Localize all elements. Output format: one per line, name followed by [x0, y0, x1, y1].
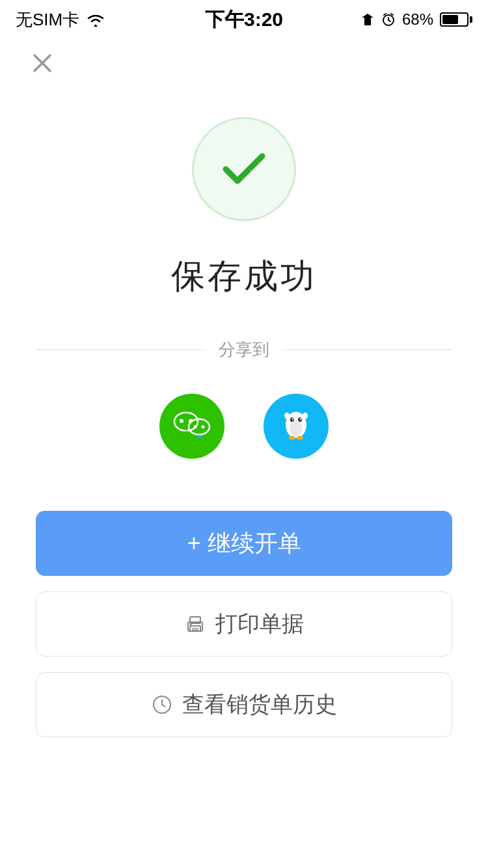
svg-point-24	[290, 420, 303, 436]
svg-line-3	[384, 14, 386, 15]
close-button[interactable]	[26, 47, 59, 79]
svg-point-12	[202, 426, 205, 429]
wechat-icon	[173, 410, 211, 442]
print-label: 打印单据	[215, 609, 304, 639]
divider-line-right	[282, 349, 452, 350]
history-button[interactable]: 查看销货单历史	[36, 672, 452, 737]
share-icons	[159, 394, 329, 459]
qq-share-button[interactable]	[264, 394, 329, 459]
carrier-text: 无SIM卡	[16, 8, 79, 31]
location-icon	[360, 12, 375, 27]
wifi-icon	[86, 12, 105, 27]
history-icon	[151, 694, 173, 716]
status-bar: 无SIM卡 下午3:20 68%	[0, 0, 488, 39]
battery-percent: 68%	[402, 10, 433, 29]
status-carrier: 无SIM卡	[16, 8, 105, 31]
main-content: 保存成功 分享到	[0, 39, 488, 737]
print-button[interactable]: 打印单据	[36, 591, 452, 657]
history-label: 查看销货单历史	[182, 690, 337, 720]
svg-point-22	[289, 436, 295, 440]
battery-icon	[440, 12, 472, 27]
checkmark-svg	[218, 142, 270, 194]
svg-line-33	[162, 705, 165, 707]
svg-point-30	[190, 624, 192, 626]
svg-point-20	[284, 413, 290, 419]
svg-point-11	[194, 426, 197, 429]
svg-point-10	[189, 419, 193, 423]
continue-button[interactable]: + 继续开单	[36, 511, 452, 576]
svg-point-9	[180, 419, 183, 423]
share-divider: 分享到	[36, 338, 452, 361]
action-buttons: + 继续开单 打印单据 查看销货单历史	[36, 511, 452, 737]
status-right: 68%	[360, 10, 472, 29]
alarm-icon	[381, 12, 396, 27]
svg-point-23	[297, 436, 303, 440]
svg-point-17	[292, 418, 293, 420]
close-icon	[31, 51, 54, 75]
success-circle	[192, 117, 296, 221]
qq-icon	[277, 407, 316, 446]
share-label: 分享到	[219, 338, 269, 361]
svg-line-2	[388, 20, 390, 21]
wechat-share-button[interactable]	[159, 394, 224, 459]
check-icon	[218, 142, 270, 197]
svg-point-21	[303, 413, 308, 419]
divider-line-left	[36, 349, 206, 350]
svg-line-4	[391, 14, 393, 15]
svg-point-18	[300, 418, 301, 420]
status-time: 下午3:20	[205, 7, 283, 33]
success-title: 保存成功	[171, 254, 317, 299]
printer-icon	[184, 613, 206, 635]
